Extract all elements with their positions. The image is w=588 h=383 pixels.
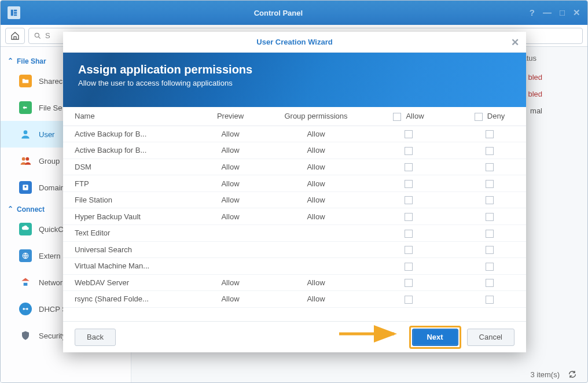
cell-name: Virtual Machine Man...: [63, 258, 193, 275]
deny-checkbox[interactable]: [486, 279, 494, 287]
dhcp-icon: [19, 303, 32, 315]
cell-preview: [193, 241, 262, 258]
svg-rect-2: [14, 12, 17, 14]
titlebar: Control Panel ? — □ ✕: [1, 1, 587, 25]
svg-point-7: [22, 157, 25, 161]
deny-checkbox[interactable]: [486, 147, 494, 155]
deny-checkbox[interactable]: [486, 263, 494, 271]
allow-checkbox[interactable]: [405, 296, 413, 304]
allow-checkbox[interactable]: [405, 279, 413, 287]
allow-checkbox[interactable]: [405, 230, 413, 238]
cell-name: FTP: [63, 175, 193, 192]
sidebar-item-label: Sharec: [39, 77, 63, 86]
sidebar-item-label: File Se: [39, 104, 62, 112]
item-count: 3 item(s): [530, 370, 560, 379]
deny-checkbox[interactable]: [486, 246, 494, 254]
svg-rect-3: [14, 14, 17, 16]
cell-preview: Allow: [193, 208, 262, 225]
table-row: File StationAllowAllow: [63, 192, 526, 208]
maximize-button[interactable]: □: [560, 8, 565, 18]
cell-group: Allow: [262, 274, 364, 291]
deny-all-checkbox[interactable]: [475, 113, 483, 121]
user-icon: [19, 128, 32, 141]
shared-folder-icon: [19, 75, 32, 87]
cancel-button[interactable]: Cancel: [467, 329, 514, 346]
cell-group: [262, 258, 364, 275]
search-icon: [34, 32, 42, 40]
permissions-table: Name Preview Group permissions Allow Den…: [63, 107, 526, 308]
group-icon: [19, 154, 32, 167]
allow-checkbox[interactable]: [405, 213, 413, 221]
table-row: DSMAllowAllow: [63, 159, 526, 175]
sidebar-item-label: Networ: [39, 278, 63, 287]
cell-name: Universal Search: [63, 241, 193, 258]
home-button[interactable]: [5, 28, 25, 44]
allow-checkbox[interactable]: [405, 246, 413, 254]
refresh-icon[interactable]: [568, 370, 577, 379]
cell-group: [262, 241, 364, 258]
table-row: Active Backup for B...AllowAllow: [63, 142, 526, 159]
cell-preview: Allow: [193, 126, 262, 142]
table-row: rsync (Shared Folde...AllowAllow: [63, 291, 526, 308]
allow-checkbox[interactable]: [405, 163, 413, 171]
shield-icon: [19, 329, 32, 342]
allow-checkbox[interactable]: [405, 196, 413, 204]
table-row: Hyper Backup VaultAllowAllow: [63, 208, 526, 225]
modal-title: User Creation Wizard: [256, 38, 332, 46]
minimize-button[interactable]: —: [543, 8, 552, 18]
deny-checkbox[interactable]: [486, 213, 494, 221]
cell-group: Allow: [262, 142, 364, 159]
cell-group: Allow: [262, 175, 364, 192]
svg-point-4: [35, 33, 39, 37]
table-row: Virtual Machine Man...: [63, 258, 526, 275]
cell-group: Allow: [262, 192, 364, 208]
cell-name: DSM: [63, 159, 193, 175]
sidebar-item-label: Group: [39, 157, 60, 165]
deny-checkbox[interactable]: [486, 130, 494, 138]
deny-checkbox[interactable]: [486, 163, 494, 171]
cell-group: Allow: [262, 208, 364, 225]
svg-point-6: [24, 130, 28, 134]
deny-checkbox[interactable]: [486, 296, 494, 304]
allow-all-checkbox[interactable]: [393, 113, 401, 121]
cell-group: Allow: [262, 291, 364, 308]
sidebar-item-label: Domain: [39, 183, 65, 192]
allow-checkbox[interactable]: [405, 180, 413, 188]
modal-subheading: Allow the user to access following appli…: [78, 79, 511, 87]
table-row: Text Editor: [63, 224, 526, 241]
next-button[interactable]: Next: [412, 329, 458, 346]
modal-close-button[interactable]: ✕: [511, 36, 519, 49]
cell-group: Allow: [262, 126, 364, 142]
table-row: Active Backup for B...AllowAllow: [63, 126, 526, 142]
svg-point-8: [25, 157, 29, 161]
cell-name: File Station: [63, 192, 193, 208]
allow-checkbox[interactable]: [405, 263, 413, 271]
back-button[interactable]: Back: [75, 329, 116, 346]
cell-name: Text Editor: [63, 224, 193, 241]
modal-header: Assign application permissions Allow the…: [63, 53, 526, 107]
help-button[interactable]: ?: [530, 8, 535, 18]
col-group: Group permissions: [262, 107, 364, 126]
next-button-highlight: Next: [409, 326, 461, 349]
cell-name: Hyper Backup Vault: [63, 208, 193, 225]
file-services-icon: [19, 101, 32, 114]
col-allow: Allow: [364, 107, 447, 126]
deny-checkbox[interactable]: [486, 196, 494, 204]
cell-preview: Allow: [193, 142, 262, 159]
table-row: WebDAV ServerAllowAllow: [63, 274, 526, 291]
globe-icon: [19, 249, 32, 262]
cell-name: rsync (Shared Folde...: [63, 291, 193, 308]
deny-checkbox[interactable]: [486, 180, 494, 188]
deny-checkbox[interactable]: [486, 230, 494, 238]
close-window-button[interactable]: ✕: [573, 8, 580, 18]
allow-checkbox[interactable]: [405, 130, 413, 138]
cell-preview: [193, 224, 262, 241]
table-row: FTPAllowAllow: [63, 175, 526, 192]
cell-group: Allow: [262, 159, 364, 175]
svg-point-10: [24, 186, 27, 188]
modal-titlebar: User Creation Wizard ✕: [63, 32, 526, 53]
cell-preview: Allow: [193, 291, 262, 308]
cell-preview: Allow: [193, 192, 262, 208]
cell-group: [262, 224, 364, 241]
allow-checkbox[interactable]: [405, 147, 413, 155]
